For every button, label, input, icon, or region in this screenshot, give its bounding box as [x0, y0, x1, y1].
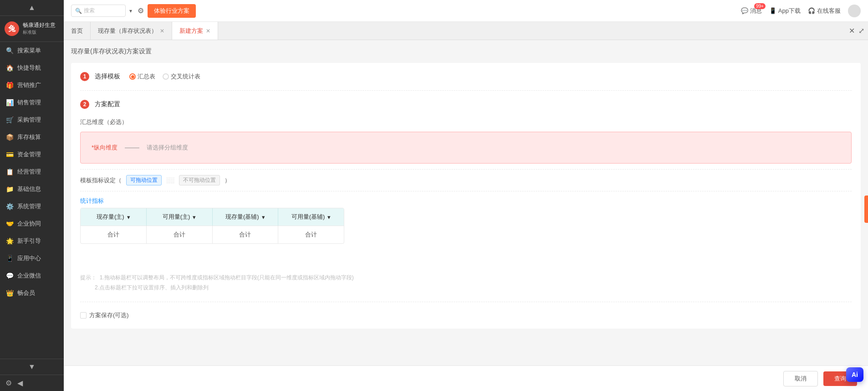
stats-col-header-2[interactable]: 可用量(主) ▾: [147, 208, 213, 226]
customer-service-group[interactable]: 🎧 在线客服: [808, 7, 841, 15]
sidebar-item-guide[interactable]: 🌟 新手引导: [0, 232, 64, 250]
sidebar-item-app-center[interactable]: 📱 应用中心: [0, 250, 64, 267]
tab-new-scheme[interactable]: 新建方案 ✕: [172, 22, 218, 40]
dimension-section-label: 汇总维度（必选）: [80, 118, 852, 126]
sidebar-item-label: 营销推广: [17, 81, 41, 89]
tab-close-btn[interactable]: ✕: [849, 26, 855, 35]
stats-col-header-1[interactable]: 现存量(主) ▾: [81, 208, 147, 226]
topbar-search-box[interactable]: 🔍 搜索: [71, 5, 126, 17]
clipboard-icon: 📋: [5, 168, 14, 176]
sidebar-item-member[interactable]: 👑 畅会员: [0, 284, 64, 302]
step1-badge: 1: [80, 72, 89, 81]
stats-col-header-4[interactable]: 可用量(基辅) ▾: [278, 208, 344, 226]
topbar-dropdown-arrow[interactable]: ▾: [129, 8, 132, 14]
sidebar-item-label: 应用中心: [17, 254, 41, 262]
sidebar-search[interactable]: 🔍 搜索菜单: [0, 42, 64, 59]
page-title: 现存量(库存状况表)方案设置: [71, 47, 861, 56]
sidebar-scroll-up[interactable]: ▲: [26, 2, 37, 14]
save-checkbox[interactable]: [80, 312, 87, 319]
stats-col-header-3[interactable]: 现存量(基辅) ▾: [213, 208, 279, 226]
user-area[interactable]: [848, 5, 861, 17]
sound-icon[interactable]: ◀: [17, 379, 23, 387]
sidebar-item-label: 采购管理: [17, 116, 41, 124]
tab-home[interactable]: 首页: [64, 22, 91, 40]
ai-fab-button[interactable]: Ai: [846, 367, 863, 382]
spacer: [80, 249, 852, 268]
tab-new-scheme-close-icon[interactable]: ✕: [206, 28, 210, 34]
folder-icon: 📁: [5, 185, 14, 193]
topbar-left: 🔍 搜索 ▾ ⚙ 体验行业方案: [71, 4, 735, 18]
stats-table: 现存量(主) ▾ 可用量(主) ▾ 现存量(基辅) ▾: [80, 208, 344, 244]
brand-text: 畅康通好生意 标准版: [23, 22, 56, 36]
dimension-box: *纵向维度 —— 请选择分组维度: [80, 132, 852, 164]
topbar: 🔍 搜索 ▾ ⚙ 体验行业方案 💬 消息 99+ 📱 App下载 🎧 在线客服: [64, 0, 868, 22]
stats-table-header: 现存量(主) ▾ 可用量(主) ▾ 现存量(基辅) ▾: [81, 208, 344, 226]
step2-content: 汇总维度（必选） *纵向维度 —— 请选择分组维度 模板指标设定（ 可拖动位置 …: [80, 118, 852, 293]
template-config-row: 模板指标设定（ 可拖动位置 ░░ 不可拖动位置 ）: [80, 175, 852, 185]
tab-inventory-status[interactable]: 现存量（库存状况表） ✕: [91, 22, 172, 40]
app-download-group[interactable]: 📱 App下载: [769, 7, 801, 15]
step2-title: 方案配置: [95, 100, 120, 108]
sidebar-item-marketing[interactable]: 🎁 营销推广: [0, 77, 64, 94]
right-scroll-indicator[interactable]: [864, 196, 868, 223]
sidebar-item-operations[interactable]: 📋 经营管理: [0, 163, 64, 180]
search-icon-topbar: 🔍: [75, 8, 82, 14]
stats-label: 统计指标: [80, 197, 852, 205]
dimension-required-mark: *纵向维度: [92, 144, 117, 152]
chart-icon: 📊: [5, 98, 14, 107]
radio-summary-label: 汇总表: [138, 72, 155, 81]
messages-group[interactable]: 💬 消息 99+: [741, 7, 762, 15]
sidebar-item-wechat[interactable]: 💬 企业微信: [0, 267, 64, 284]
home-icon: 🏠: [5, 64, 14, 72]
save-option-row: 方案保存(可选): [80, 311, 852, 319]
brand-name: 畅康通好生意: [23, 22, 56, 29]
cancel-button[interactable]: 取消: [783, 371, 818, 386]
step1-row: 1 选择模板 汇总表 交叉统计表: [80, 72, 852, 81]
sidebar-item-label: 基础信息: [17, 185, 41, 193]
tips-item-1: 1.拖动标题栏可以调整布局，不可跨维度或指标区域拖动栏目字段(只能在同一维度或指…: [100, 274, 354, 281]
stats-cell-2: 合计: [147, 226, 213, 243]
radio-summary-circle: [129, 73, 136, 80]
sidebar-scroll-down[interactable]: ▼: [26, 361, 37, 373]
phone-icon-top: 📱: [769, 7, 776, 14]
topbar-right: 💬 消息 99+ 📱 App下载 🎧 在线客服: [741, 5, 861, 17]
sidebar-brand: 兔 畅康通好生意 标准版: [0, 16, 64, 42]
tab-inventory-label: 现存量（库存状况表）: [98, 27, 157, 35]
radio-cross[interactable]: 交叉统计表: [163, 72, 200, 81]
topbar-gear-icon[interactable]: ⚙: [138, 6, 144, 15]
settings-icon[interactable]: ⚙: [5, 379, 12, 387]
stats-col-label-4: 可用量(基辅): [291, 213, 325, 221]
dimension-placeholder: 请选择分组维度: [147, 144, 188, 152]
tab-inventory-close-icon[interactable]: ✕: [160, 28, 164, 34]
col1-dropdown-icon: ▾: [127, 214, 130, 221]
tips-item-2: 2.点击标题栏下拉可设置排序、插入列和删除列: [80, 283, 852, 293]
app-download-label: App下载: [778, 7, 801, 15]
sidebar-item-finance[interactable]: 💳 资金管理: [0, 146, 64, 163]
sidebar-item-sales[interactable]: 📊 销售管理: [0, 94, 64, 111]
tab-expand-btn[interactable]: ⤢: [858, 26, 864, 35]
sidebar-item-purchase[interactable]: 🛒 采购管理: [0, 111, 64, 129]
radio-cross-circle: [163, 73, 169, 80]
phone-icon: 📱: [5, 254, 14, 262]
sidebar-item-enterprise[interactable]: 🤝 企业协同: [0, 215, 64, 232]
sidebar-item-basic-info[interactable]: 📁 基础信息: [0, 180, 64, 198]
brand-logo: 兔: [5, 21, 19, 36]
brand-edition: 标准版: [23, 29, 56, 36]
stats-cell-4: 合计: [278, 226, 344, 243]
bottom-divider: [80, 302, 852, 302]
sidebar-item-system[interactable]: ⚙️ 系统管理: [0, 198, 64, 215]
step1-divider: [80, 90, 852, 91]
stats-section: 统计指标 现存量(主) ▾ 可用量(主) ▾: [80, 197, 852, 244]
radio-summary[interactable]: 汇总表: [129, 72, 155, 81]
sidebar-item-label: 企业微信: [17, 272, 41, 280]
sidebar-nav: 🔍 搜索菜单 🏠 快捷导航 🎁 营销推广 📊 销售管理 🛒 采购管理 📦 库存核…: [0, 42, 64, 359]
messages-badge: 99+: [754, 3, 766, 9]
sidebar-bottom: ⚙ ◀: [0, 375, 64, 391]
tab-new-scheme-label: 新建方案: [179, 27, 203, 35]
sidebar-item-quick-nav[interactable]: 🏠 快捷导航: [0, 59, 64, 77]
sidebar-item-inventory[interactable]: 📦 库存核算: [0, 129, 64, 146]
scheme-panel: 1 选择模板 汇总表 交叉统计表 2 方案配置: [71, 63, 861, 329]
user-avatar: [848, 5, 861, 17]
main-area: 🔍 搜索 ▾ ⚙ 体验行业方案 💬 消息 99+ 📱 App下载 🎧 在线客服: [64, 0, 868, 391]
trial-btn[interactable]: 体验行业方案: [148, 4, 196, 18]
